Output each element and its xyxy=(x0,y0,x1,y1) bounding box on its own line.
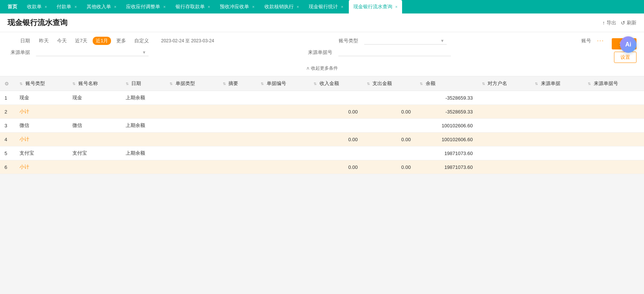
nav-tab-ar-ap-adjust[interactable]: 应收应付调整单 × xyxy=(122,0,170,13)
date-btn-7days[interactable]: 近7天 xyxy=(72,37,90,45)
table-cell xyxy=(583,91,644,105)
settings-button[interactable]: 设置 xyxy=(614,52,636,63)
table-cell: 上期余额 xyxy=(121,91,165,105)
date-btn-1month[interactable]: 近1月 xyxy=(93,37,111,45)
table-cell xyxy=(218,105,256,119)
table-cell: -3528659.33 xyxy=(415,105,477,119)
ai-assistant-badge[interactable]: Ai xyxy=(620,36,636,53)
col-expense[interactable]: ⇅ 支出金额 xyxy=(362,76,415,91)
table-cell xyxy=(530,160,583,174)
table-row: 4小计0.000.00100102606.60 xyxy=(0,133,644,146)
table-cell: 上期余额 xyxy=(121,146,165,160)
table-cell: 0.00 xyxy=(309,160,362,174)
account-label: 账号 xyxy=(569,37,591,44)
date-btn-today[interactable]: 今天 xyxy=(54,37,70,45)
nav-tab-receipts[interactable]: 收款单 × xyxy=(23,0,51,13)
table-cell xyxy=(218,133,256,146)
gear-icon[interactable]: ⚙ xyxy=(5,81,9,87)
account-type-select[interactable]: ▾ xyxy=(364,37,447,45)
nav-tab-cash-bank-flow[interactable]: 现金银行流水查询 × xyxy=(349,0,402,13)
table-cell xyxy=(362,119,415,133)
table-cell xyxy=(530,91,583,105)
collapse-up-icon: ∧ xyxy=(306,66,310,71)
nav-tab-bank-deposit[interactable]: 银行存取款单 × xyxy=(171,0,215,13)
table-cell: 1 xyxy=(0,91,15,105)
col-summary[interactable]: ⇅ 摘要 xyxy=(218,76,256,91)
table-cell xyxy=(165,133,218,146)
col-balance[interactable]: ⇅ 余额 xyxy=(415,76,477,91)
table-cell xyxy=(309,146,362,160)
table-cell: 微信 xyxy=(68,119,121,133)
source-doc-select[interactable]: ▾ xyxy=(36,49,149,56)
date-btn-yesterday[interactable]: 昨天 xyxy=(36,37,52,45)
table-cell: 19871073.60 xyxy=(415,160,477,174)
close-prepay-offset-tab[interactable]: × xyxy=(252,0,254,13)
sort-icon: ⇅ xyxy=(535,82,538,86)
table-cell: 微信 xyxy=(15,119,68,133)
close-ar-ap-adjust-tab[interactable]: × xyxy=(163,0,165,13)
table-cell xyxy=(583,146,644,160)
nav-tab-other-income[interactable]: 其他收入单 × xyxy=(82,0,121,13)
nav-tab-payments[interactable]: 付款单 × xyxy=(52,0,81,13)
close-payments-tab[interactable]: × xyxy=(74,0,77,13)
date-options: 昨天 今天 近7天 近1月 更多 自定义 xyxy=(36,37,152,45)
col-account-type[interactable]: ⇅ 账号类型 xyxy=(15,76,68,91)
close-collection-exec-tab[interactable]: × xyxy=(297,0,299,13)
table-cell xyxy=(165,160,218,174)
table-cell: 0.00 xyxy=(362,133,415,146)
export-button[interactable]: ↑ 导出 xyxy=(602,19,616,26)
nav-tab-cash-bank-stats[interactable]: 现金银行统计 × xyxy=(304,0,348,13)
table-cell xyxy=(165,105,218,119)
table-cell: 5 xyxy=(0,146,15,160)
refresh-button[interactable]: ↺ 刷新 xyxy=(621,19,636,26)
collapse-bar[interactable]: ∧ 收起更多条件 xyxy=(8,63,636,72)
top-nav: 首页 收款单 × 付款单 × 其他收入单 × 应收应付调整单 × 银行存取款单 … xyxy=(0,0,644,13)
header-actions: ↑ 导出 ↺ 刷新 xyxy=(602,19,636,26)
nav-tab-prepay-offset[interactable]: 预收冲应收单 × xyxy=(215,0,259,13)
col-account-name[interactable]: ⇅ 账号名称 xyxy=(68,76,121,91)
col-doc-no[interactable]: ⇅ 单据编号 xyxy=(256,76,309,91)
nav-home[interactable]: 首页 xyxy=(3,0,22,13)
table-row: 1现金现金上期余额-3528659.33 xyxy=(0,91,644,105)
nav-tab-collection-exec[interactable]: 收款核销执行 × xyxy=(260,0,303,13)
source-doc-no-input[interactable] xyxy=(338,49,451,56)
table-cell: 现金 xyxy=(15,91,68,105)
date-btn-custom[interactable]: 自定义 xyxy=(131,37,152,45)
col-income[interactable]: ⇅ 收入金额 xyxy=(309,76,362,91)
table-cell xyxy=(477,133,530,146)
sort-icon: ⇅ xyxy=(367,82,370,86)
table-header-row: ⚙ ⇅ 账号类型 ⇅ 账号名称 ⇅ 日期 ⇅ 单据类型 xyxy=(0,76,644,91)
close-bank-deposit-tab[interactable]: × xyxy=(208,0,210,13)
close-cash-bank-flow-tab[interactable]: × xyxy=(395,0,398,13)
table-cell xyxy=(583,133,644,146)
table-cell xyxy=(256,91,309,105)
table-cell: 支付宝 xyxy=(68,146,121,160)
col-counterpart[interactable]: ⇅ 对方户名 xyxy=(477,76,530,91)
table-cell: 0.00 xyxy=(362,105,415,119)
table-cell: 小计 xyxy=(15,105,68,119)
close-receipts-tab[interactable]: × xyxy=(45,0,47,13)
close-other-income-tab[interactable]: × xyxy=(114,0,116,13)
table-cell xyxy=(68,160,121,174)
table-cell xyxy=(121,133,165,146)
table-cell xyxy=(121,105,165,119)
table-cell xyxy=(477,105,530,119)
table-cell xyxy=(165,91,218,105)
table-cell xyxy=(477,146,530,160)
col-date[interactable]: ⇅ 日期 xyxy=(121,76,165,91)
table-cell: 0.00 xyxy=(362,160,415,174)
table-cell: 支付宝 xyxy=(15,146,68,160)
account-dots-button[interactable]: ··· xyxy=(597,37,604,44)
table-cell xyxy=(165,119,218,133)
table-cell xyxy=(530,119,583,133)
col-source-doc-no[interactable]: ⇅ 来源单据号 xyxy=(583,76,644,91)
date-btn-more[interactable]: 更多 xyxy=(113,37,129,45)
table-cell xyxy=(68,105,121,119)
table-cell xyxy=(309,91,362,105)
close-cash-bank-stats-tab[interactable]: × xyxy=(341,0,343,13)
col-doc-type[interactable]: ⇅ 单据类型 xyxy=(165,76,218,91)
col-source-doc[interactable]: ⇅ 来源单据 xyxy=(530,76,583,91)
table-cell xyxy=(477,119,530,133)
table-cell xyxy=(256,160,309,174)
table-cell: 3 xyxy=(0,119,15,133)
